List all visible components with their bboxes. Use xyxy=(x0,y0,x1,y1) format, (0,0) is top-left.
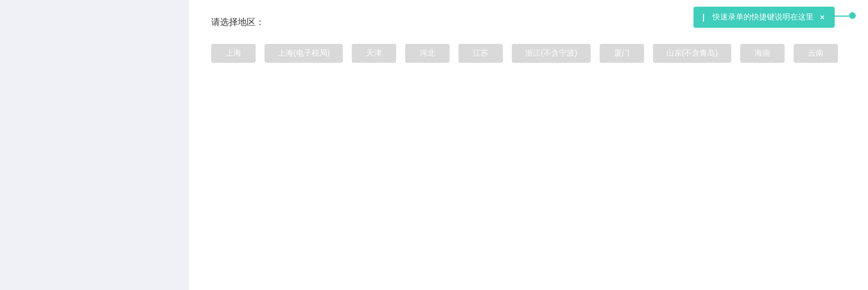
region-btn-hebei[interactable]: 河北 xyxy=(405,44,450,63)
region-btn-shanghai-etax[interactable]: 上海(电子税局) xyxy=(265,44,343,63)
tooltip-bar: 快速录单的快捷键说明在这里 × xyxy=(694,7,835,28)
region-btn-yunnan[interactable]: 云南 xyxy=(794,44,838,63)
tooltip-close-button[interactable]: × xyxy=(819,13,826,22)
region-btn-shanghai[interactable]: 上海 xyxy=(211,44,256,63)
tooltip-text: 快速录单的快捷键说明在这里 xyxy=(712,12,814,22)
region-btn-jiangsu[interactable]: 江苏 xyxy=(458,44,503,63)
main-content: 请选择地区： 上海上海(电子税局)天津河北江苏浙江(不含宁波)厦门山东(不含青岛… xyxy=(189,0,868,290)
region-btn-hainan[interactable]: 海南 xyxy=(740,44,785,63)
region-buttons-container: 上海上海(电子税局)天津河北江苏浙江(不含宁波)厦门山东(不含青岛)海南云南 xyxy=(211,44,846,63)
region-btn-xiamen[interactable]: 厦门 xyxy=(600,44,644,63)
region-btn-tianjin[interactable]: 天津 xyxy=(352,44,396,63)
left-sidebar xyxy=(0,0,189,290)
region-btn-zhejiang[interactable]: 浙江(不含宁波) xyxy=(512,44,590,63)
region-btn-shandong[interactable]: 山东(不含青岛) xyxy=(653,44,731,63)
tooltip-dot-indicator xyxy=(849,12,856,19)
tooltip-connector-line xyxy=(832,16,849,17)
